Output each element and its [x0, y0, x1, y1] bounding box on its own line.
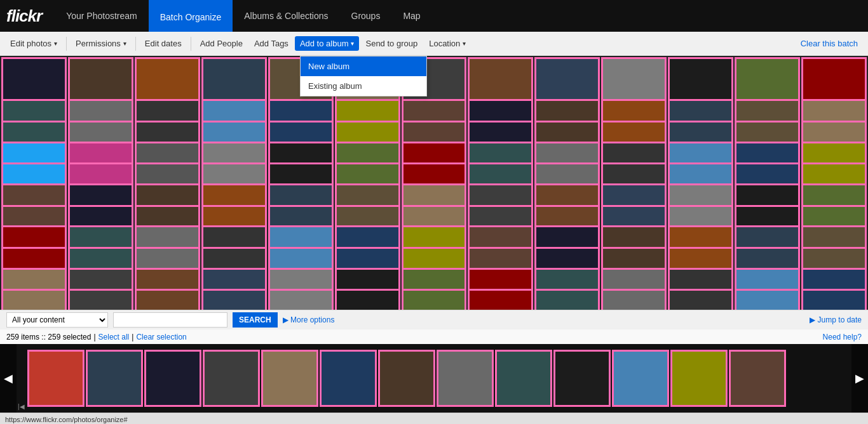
items-count: 259 items :: 259 selected	[6, 333, 91, 341]
photo-cell[interactable]	[335, 268, 400, 310]
filmstrip	[26, 344, 851, 413]
photo-cell[interactable]	[801, 268, 867, 310]
send-to-group-button[interactable]: Send to group	[360, 36, 423, 51]
status-bar: https://www.flickr.com/photos/organize#	[0, 413, 868, 424]
filmstrip-item[interactable]	[378, 350, 435, 407]
photo-cell[interactable]	[468, 268, 533, 310]
clear-batch-link[interactable]: Clear this batch	[796, 36, 863, 51]
photo-cell[interactable]	[201, 268, 267, 310]
photo-cell[interactable]	[668, 268, 733, 310]
photo-cell[interactable]	[601, 268, 667, 310]
new-album-option[interactable]: New album	[301, 56, 426, 76]
select-all-link[interactable]: Select all	[98, 333, 130, 341]
location-chevron: ▾	[463, 40, 466, 47]
filmstrip-item[interactable]	[86, 350, 143, 407]
filmstrip-item[interactable]	[144, 350, 201, 407]
photo-cell[interactable]	[268, 268, 334, 310]
photo-cell[interactable]	[534, 268, 600, 310]
need-help-link[interactable]: Need help?	[823, 333, 862, 341]
add-to-album-dropdown: New album Existing album	[300, 56, 427, 96]
photo-cell[interactable]	[402, 268, 467, 310]
edit-photos-button[interactable]: Edit photos ▾	[5, 36, 62, 51]
permissions-chevron: ▾	[123, 40, 126, 47]
add-people-button[interactable]: Add People	[195, 36, 248, 51]
flickr-logo[interactable]: flickr	[6, 6, 42, 26]
toolbar-separator	[66, 37, 67, 51]
add-tags-button[interactable]: Add Tags	[249, 36, 294, 51]
more-options-link[interactable]: ▶ More options	[283, 315, 335, 324]
status-url: https://www.flickr.com/photos/organize#	[5, 416, 128, 423]
nav-map[interactable]: Map	[391, 0, 431, 32]
toolbar-separator-3	[191, 37, 191, 51]
nav-groups[interactable]: Groups	[340, 0, 392, 32]
add-to-album-chevron: ▾	[351, 40, 354, 47]
separator-pipe2: |	[132, 333, 133, 341]
content-select[interactable]: All your content	[6, 312, 108, 328]
existing-album-option[interactable]: Existing album	[301, 76, 426, 96]
photo-grid	[0, 56, 868, 310]
photo-cell[interactable]	[1, 268, 67, 310]
separator-pipe: |	[93, 333, 95, 341]
filmstrip-item[interactable]	[729, 350, 786, 407]
selection-bar: 259 items :: 259 selected | Select all |…	[0, 329, 868, 344]
search-input[interactable]	[113, 312, 227, 328]
photo-cell[interactable]	[68, 268, 133, 310]
filmstrip-item[interactable]	[320, 350, 377, 407]
filmstrip-prev-arrow[interactable]: ◀	[0, 344, 17, 413]
filmstrip-item[interactable]	[27, 350, 85, 407]
filmstrip-item[interactable]	[261, 350, 318, 407]
toolbar-separator-2	[135, 37, 136, 51]
jump-to-date-link[interactable]: ▶ Jump to date	[810, 315, 862, 324]
filmstrip-item[interactable]	[670, 350, 728, 407]
location-button[interactable]: Location ▾	[424, 36, 471, 51]
photo-cell[interactable]	[135, 268, 200, 310]
nav-albums-collections[interactable]: Albums & Collections	[233, 0, 339, 32]
filmstrip-item[interactable]	[553, 350, 611, 407]
nav-photostream[interactable]: Your Photostream	[55, 0, 149, 32]
photo-cell[interactable]	[735, 268, 800, 310]
filmstrip-item[interactable]	[437, 350, 494, 407]
clear-selection-link[interactable]: Clear selection	[136, 333, 186, 341]
bottom-bar: All your content SEARCH ▶ More options ▶…	[0, 310, 868, 329]
filmstrip-container: ◀ |◀ ▶	[0, 344, 868, 413]
nav-batch-organize[interactable]: Batch Organize	[149, 0, 233, 32]
filmstrip-next-arrow[interactable]: ▶	[851, 344, 868, 413]
search-button[interactable]: SEARCH	[233, 312, 278, 328]
permissions-button[interactable]: Permissions ▾	[71, 36, 132, 51]
top-navigation: flickr Your Photostream Batch Organize A…	[0, 0, 868, 32]
edit-dates-button[interactable]: Edit dates	[140, 36, 187, 51]
filmstrip-item[interactable]	[612, 350, 669, 407]
toolbar: Edit photos ▾ Permissions ▾ Edit dates A…	[0, 32, 868, 56]
filmstrip-item[interactable]	[495, 350, 552, 407]
filmstrip-item[interactable]	[203, 350, 260, 407]
edit-photos-chevron: ▾	[54, 40, 57, 47]
filmstrip-start-icon[interactable]: |◀	[18, 403, 25, 410]
add-to-album-button[interactable]: Add to album ▾	[295, 36, 360, 51]
